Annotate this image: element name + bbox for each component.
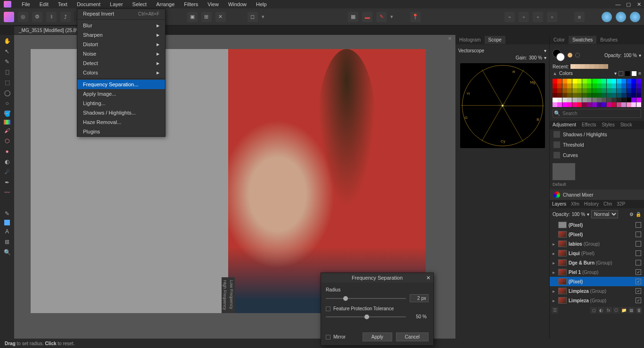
layer-disclosure-icon[interactable]: ▸ — [553, 289, 556, 294]
mirror-checkbox[interactable] — [326, 335, 330, 340]
palette-swatch[interactable] — [607, 79, 611, 83]
tab-swatches[interactable]: Swatches — [569, 36, 596, 44]
palette-swatch[interactable] — [553, 88, 557, 93]
tab-scope[interactable]: Scope — [485, 36, 505, 44]
menu-layer[interactable]: Layer — [105, 0, 128, 8]
menu-item-haze-removal-[interactable]: Haze Removal... — [77, 117, 165, 127]
palette-swatch[interactable] — [597, 93, 602, 98]
selection-tool-icon[interactable]: ⬚ — [2, 78, 12, 87]
layer-row[interactable]: ▸Limpieza (Group)✓ — [550, 286, 644, 296]
palette-swatch[interactable] — [582, 93, 587, 98]
layer-visibility-checkbox[interactable] — [636, 241, 641, 247]
palette-swatch[interactable] — [607, 102, 611, 107]
palette-swatch[interactable] — [617, 93, 621, 98]
snap-icon[interactable]: ⊞ — [201, 12, 212, 22]
palette-swatch[interactable] — [617, 83, 621, 88]
palette-swatch[interactable] — [636, 98, 641, 102]
menu-item-detect[interactable]: Detect▶ — [77, 58, 165, 68]
palette-swatch[interactable] — [636, 102, 641, 107]
assistant-icon[interactable]: ✎ — [376, 12, 387, 22]
palette-swatch[interactable] — [611, 93, 616, 98]
layer-visibility-checkbox[interactable] — [636, 222, 641, 228]
palette-swatch[interactable] — [587, 83, 592, 88]
shape-tool-icon[interactable] — [2, 199, 12, 207]
palette-swatch[interactable] — [557, 79, 562, 83]
node-tool-icon[interactable]: ✎ — [2, 209, 12, 218]
flood-fill-icon[interactable]: 🪣 — [2, 109, 12, 118]
palette-swatch[interactable] — [611, 88, 616, 93]
crop-tool-icon[interactable]: ⎕ — [2, 68, 12, 76]
palette-swatch[interactable] — [577, 93, 582, 98]
menu-item-shadows-highlights-[interactable]: Shadows / Highlights... — [77, 108, 165, 117]
feature-protection-checkbox[interactable] — [326, 307, 330, 311]
palette-swatch[interactable] — [553, 93, 557, 98]
recent-swatch[interactable] — [594, 64, 599, 69]
palette-swatch[interactable] — [567, 79, 572, 83]
crop-icon[interactable]: ✕ — [215, 12, 226, 22]
gradient-tool-icon[interactable] — [4, 120, 10, 124]
palette-swatch[interactable] — [572, 102, 577, 107]
menu-item-colors[interactable]: Colors▶ — [77, 68, 165, 77]
tab-history[interactable]: History — [582, 200, 601, 208]
fill-swatch-black[interactable] — [625, 71, 630, 76]
tab-chn[interactable]: Chn — [601, 200, 614, 208]
palette-swatch[interactable] — [562, 102, 567, 107]
palette-swatch[interactable] — [617, 102, 621, 107]
crop-layer-icon[interactable]: ⎔ — [613, 307, 619, 314]
layer-disclosure-icon[interactable]: ▸ — [553, 260, 556, 265]
feature-slider[interactable] — [326, 316, 406, 317]
tab-stock[interactable]: Stock — [618, 121, 635, 129]
palette-swatch[interactable] — [553, 102, 557, 107]
palette-swatch[interactable] — [587, 93, 592, 98]
palette-swatch[interactable] — [567, 88, 572, 93]
adjustment-threshold[interactable]: Threshold — [550, 140, 644, 150]
palette-swatch[interactable] — [597, 79, 602, 83]
arrange-front-icon[interactable]: ▫ — [547, 12, 557, 22]
tab-xfm[interactable]: Xfm — [569, 200, 582, 208]
move-tool-icon[interactable]: ↖ — [2, 47, 12, 56]
apply-button[interactable]: Apply — [363, 332, 392, 341]
palette-swatch[interactable] — [621, 88, 626, 93]
arrange-forward-icon[interactable]: ▫ — [533, 12, 543, 22]
swatch-dot-empty[interactable] — [575, 53, 580, 58]
palette-swatch[interactable] — [631, 98, 636, 102]
palette-swatch[interactable] — [602, 93, 606, 98]
palette-swatch[interactable] — [572, 88, 577, 93]
palette-swatch[interactable] — [572, 83, 577, 88]
palette-swatch[interactable] — [562, 93, 567, 98]
photo-persona-icon[interactable] — [4, 12, 14, 22]
menu-file[interactable]: File — [17, 0, 35, 8]
palette-swatch[interactable] — [627, 88, 631, 93]
layer-row[interactable]: (Pixel) ✓ — [550, 277, 644, 286]
globe-icon[interactable] — [602, 12, 612, 22]
align-icon[interactable]: ≡ — [574, 12, 585, 22]
tab-layers[interactable]: Layers — [550, 200, 569, 208]
menu-view[interactable]: View — [203, 0, 223, 8]
palette-swatch[interactable] — [567, 83, 572, 88]
globe-icon-3[interactable] — [630, 12, 640, 22]
delete-layer-icon[interactable]: 🗑 — [636, 307, 642, 314]
palette-swatch[interactable] — [572, 98, 577, 102]
menu-arrange[interactable]: Arrange — [151, 0, 179, 8]
palette-swatch[interactable] — [602, 88, 606, 93]
export-persona-icon[interactable]: ⤴ — [60, 12, 71, 22]
palette-swatch[interactable] — [602, 102, 606, 107]
layer-visibility-checkbox[interactable]: ✓ — [636, 288, 641, 294]
palette-swatch[interactable] — [553, 98, 557, 102]
palette-swatch[interactable] — [627, 98, 631, 102]
palette-swatch[interactable] — [631, 88, 636, 93]
palette-swatch[interactable] — [621, 83, 626, 88]
palette-swatch[interactable] — [582, 98, 587, 102]
palette-swatch[interactable] — [621, 98, 626, 102]
stroke-swatch[interactable] — [619, 71, 623, 76]
palette-swatch[interactable] — [631, 79, 636, 83]
minimize-button[interactable]: — — [613, 0, 623, 8]
layer-visibility-checkbox[interactable] — [636, 232, 641, 237]
palette-swatch[interactable] — [567, 98, 572, 102]
palette-swatch[interactable] — [627, 102, 631, 107]
palette-swatch[interactable] — [562, 83, 567, 88]
palette-swatch[interactable] — [582, 83, 587, 88]
palette-swatch[interactable] — [597, 98, 602, 102]
grid-icon[interactable]: ▦ — [348, 12, 358, 22]
palette-swatch[interactable] — [617, 88, 621, 93]
